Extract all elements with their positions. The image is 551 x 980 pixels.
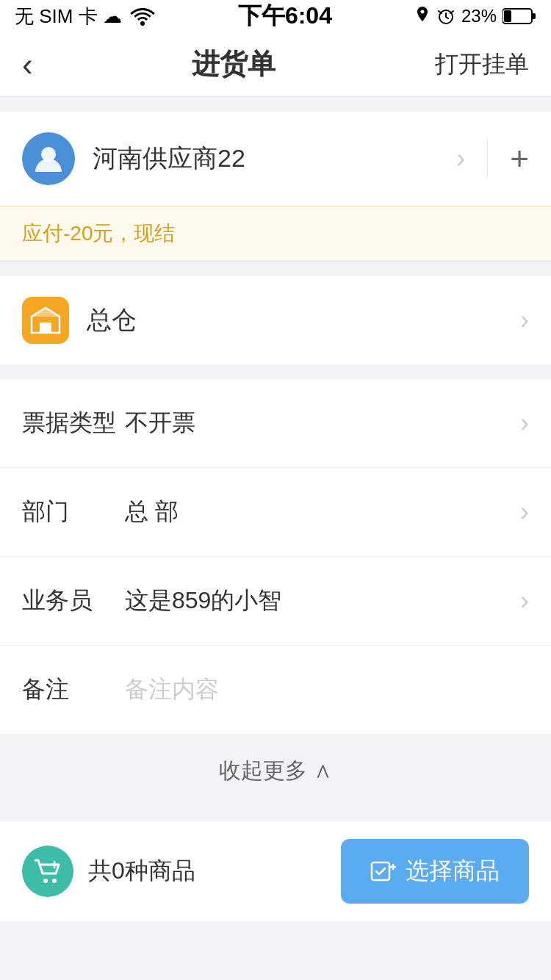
ticket-type-chevron-icon: › <box>520 408 529 439</box>
ticket-type-value: 不开票 <box>125 407 508 439</box>
svg-rect-2 <box>532 13 536 19</box>
vertical-divider <box>487 140 488 177</box>
page-background <box>0 921 551 980</box>
svg-point-6 <box>43 879 48 883</box>
supplier-avatar <box>22 132 75 185</box>
add-supplier-button[interactable]: + <box>510 140 529 177</box>
bottom-bar: 共0种商品 选择商品 <box>0 821 551 921</box>
svg-rect-8 <box>372 862 389 880</box>
notice-bar: 应付-20元，现结 <box>0 206 551 262</box>
department-chevron-icon: › <box>520 497 529 527</box>
content-area: 河南供应商22 › + 应付-20元，现结 总仓 › 票据类型 不开票 › <box>0 112 551 980</box>
warehouse-name: 总仓 <box>87 303 520 337</box>
collapse-row[interactable]: 收起更多 ∧ <box>0 735 551 807</box>
page-title: 进货单 <box>192 46 276 83</box>
alarm-icon <box>436 7 455 26</box>
svg-point-7 <box>52 879 57 883</box>
goods-icon-wrap <box>22 846 73 897</box>
remark-label: 备注 <box>22 674 125 706</box>
supplier-chevron-icon: › <box>456 143 465 174</box>
collapse-label: 收起更多 ∧ <box>219 756 331 786</box>
battery-text: 23% <box>461 6 497 26</box>
warehouse-icon <box>30 306 61 334</box>
select-goods-icon <box>370 858 397 884</box>
warehouse-row[interactable]: 总仓 › <box>0 276 551 364</box>
status-time: 下午6:04 <box>238 0 332 32</box>
salesman-chevron-icon: › <box>520 586 529 616</box>
select-goods-button[interactable]: 选择商品 <box>341 839 529 904</box>
select-goods-label: 选择商品 <box>406 855 500 887</box>
ticket-type-label: 票据类型 <box>22 407 125 439</box>
ticket-type-row[interactable]: 票据类型 不开票 › <box>0 379 551 468</box>
form-card: 票据类型 不开票 › 部门 总 部 › 业务员 这是859的小智 › 备注 备注… <box>0 379 551 734</box>
open-pending-button[interactable]: 打开挂单 <box>435 48 529 81</box>
supplier-name: 河南供应商22 <box>93 142 456 176</box>
supplier-actions: › + <box>456 140 529 177</box>
svg-rect-3 <box>504 10 511 22</box>
department-label: 部门 <box>22 496 125 528</box>
status-right: 23% <box>414 6 536 26</box>
supplier-row[interactable]: 河南供应商22 › + <box>0 112 551 206</box>
remark-input[interactable]: 备注内容 <box>125 674 529 706</box>
user-icon <box>31 141 66 176</box>
svg-rect-5 <box>40 323 51 333</box>
salesman-label: 业务员 <box>22 585 125 617</box>
nav-bar: ‹ 进货单 打开挂单 <box>0 32 551 97</box>
battery-icon <box>503 7 536 25</box>
remark-row[interactable]: 备注 备注内容 <box>0 646 551 734</box>
location-icon <box>414 7 431 26</box>
salesman-value: 这是859的小智 <box>125 585 508 617</box>
status-left: 无 SIM 卡 ☁ <box>15 4 156 29</box>
warehouse-chevron-icon: › <box>520 305 529 336</box>
department-value: 总 部 <box>125 496 508 528</box>
salesman-row[interactable]: 业务员 这是859的小智 › <box>0 557 551 646</box>
warehouse-icon-wrap <box>22 297 69 344</box>
signal-text: 无 SIM 卡 ☁ <box>15 4 122 29</box>
back-button[interactable]: ‹ <box>22 48 33 81</box>
department-row[interactable]: 部门 总 部 › <box>0 468 551 557</box>
goods-count: 共0种商品 <box>88 855 326 887</box>
wifi-icon <box>129 7 156 26</box>
status-bar: 无 SIM 卡 ☁ 下午6:04 23% <box>0 0 551 32</box>
cart-icon <box>32 857 63 885</box>
